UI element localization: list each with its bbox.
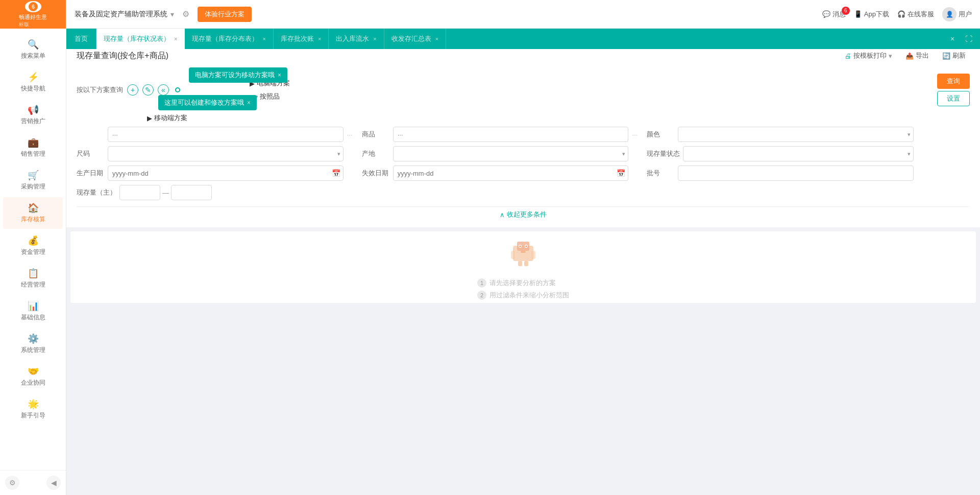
app-download-item[interactable]: 📱 App下载 <box>854 10 889 19</box>
sidebar-item-inventory[interactable]: 🏠 库存核算 <box>3 197 63 229</box>
export-icon: 📤 <box>905 52 914 60</box>
tabs-controls: × ⛶ <box>945 32 980 46</box>
tab-batch[interactable]: 库存批次账 × <box>274 29 329 49</box>
enterprise-icon: 🤝 <box>28 366 39 377</box>
logo-icon: 6 <box>25 1 41 12</box>
finance-icon: 💰 <box>28 235 39 246</box>
sidebar-collapse-btn[interactable]: ◀ <box>46 476 61 490</box>
filter-fields-grid: ··· 商品 ··· 颜色 ▾ <box>77 127 924 204</box>
user-item[interactable]: 👤 用户 <box>942 7 972 21</box>
filter-cell-origin: 产地 ▾ <box>362 146 639 161</box>
export-btn[interactable]: 📤 导出 <box>901 49 933 62</box>
reset-btn[interactable]: 设置 <box>937 91 970 106</box>
sidebar-item-purchase[interactable]: 🛒 采购管理 <box>3 164 63 196</box>
inventory-max-input[interactable] <box>171 185 212 200</box>
filter-cell-warehouse: ··· <box>77 127 354 142</box>
tab-inventory-dist[interactable]: 现存量（库存分布表） × <box>185 29 273 49</box>
warehouse-input[interactable] <box>108 127 344 142</box>
base-icon: 📊 <box>28 300 39 312</box>
sidebar-menu: 🔍 搜索菜单 ⚡ 快捷导航 📢 营销推广 💼 销售管理 🛒 采购管理 🏠 库存核… <box>0 29 66 470</box>
origin-input[interactable] <box>393 146 629 161</box>
sidebar: 6 畅通好生意 标版 🔍 搜索菜单 ⚡ 快捷导航 📢 营销推广 💼 销售管理 🛒… <box>0 0 66 495</box>
empty-state-illustration <box>503 231 544 272</box>
tab-summary-label: 收发存汇总表 <box>391 34 431 43</box>
sidebar-item-operations[interactable]: 📋 经营管理 <box>3 263 63 294</box>
color-input[interactable] <box>678 127 914 142</box>
tab-inout-label: 出入库流水 <box>336 34 369 43</box>
topbar-right: 💬 6 消息 📱 App下载 🎧 在线客服 👤 用户 <box>822 7 972 21</box>
sidebar-bottom: ⚙ ◀ <box>0 470 66 495</box>
add-tooltip-close[interactable]: × <box>278 72 281 79</box>
tab-inout[interactable]: 出入库流水 × <box>329 29 384 49</box>
search-btn[interactable]: 查询 <box>937 74 970 89</box>
tab-close-all-btn[interactable]: × <box>945 32 960 46</box>
proddate-start-input[interactable] <box>108 166 344 181</box>
online-service-item[interactable]: 🎧 在线客服 <box>897 10 934 19</box>
inventory-range-sep: — <box>162 189 169 197</box>
scheme-edit-btn[interactable]: ✎ <box>142 84 154 96</box>
messages-item[interactable]: 💬 6 消息 <box>822 10 846 19</box>
filter-cell-proddate: 生产日期 📅 <box>77 166 354 181</box>
quicknav-icon: ⚡ <box>28 72 39 83</box>
size-input[interactable] <box>108 146 344 161</box>
guide-icon: 🌟 <box>28 398 39 410</box>
scheme-mobile-item[interactable]: ▶ 移动端方案 <box>143 111 191 125</box>
empty-state: 1 请先选择要分析的方案 2 用过滤条件来缩小分析范围 <box>477 231 569 303</box>
filter-scheme-row: 按以下方案查询 + ✎ « 电脑方案可设为移动方案哦 × ▶ 电脑端方 <box>77 68 970 110</box>
print-btn[interactable]: 🖨 按模板打印 ▾ <box>841 49 896 62</box>
empty-tip-1: 1 请先选择要分析的方案 <box>477 278 569 288</box>
page-actions: 🖨 按模板打印 ▾ 📤 导出 🔄 刷新 <box>841 49 970 62</box>
filter-cell-status: 现存量状态 ▾ <box>647 146 924 161</box>
system-icon: ⚙️ <box>28 333 39 344</box>
empty-tip-list: 1 请先选择要分析的方案 2 用过滤条件来缩小分析范围 <box>477 278 569 303</box>
marketing-icon: 📢 <box>28 104 39 115</box>
sidebar-item-enterprise[interactable]: 🤝 企业协同 <box>3 361 63 392</box>
tab-inventory-status[interactable]: 现存量（库存状况表） × <box>96 29 185 49</box>
svg-point-6 <box>520 246 521 247</box>
tab-summary[interactable]: 收发存汇总表 × <box>384 29 446 49</box>
tab-inout-close[interactable]: × <box>373 36 376 42</box>
tab-inventory-status-close[interactable]: × <box>174 36 177 42</box>
edit-tooltip-close[interactable]: × <box>247 99 251 106</box>
scheme-import-btn[interactable]: « <box>158 84 169 96</box>
filter-cell-expdate: 失效日期 📅 <box>362 166 639 181</box>
sidebar-item-system[interactable]: ⚙️ 系统管理 <box>3 328 63 360</box>
sidebar-item-quicknav[interactable]: ⚡ 快捷导航 <box>3 66 63 98</box>
operations-icon: 📋 <box>28 268 39 279</box>
sidebar-item-marketing[interactable]: 📢 营销推广 <box>3 99 63 131</box>
batchno-input[interactable] <box>678 166 914 181</box>
industry-btn[interactable]: 体验行业方案 <box>198 7 252 22</box>
mobile-arrow: ▶ <box>147 114 152 122</box>
tab-inventory-dist-close[interactable]: × <box>262 36 265 42</box>
status-input[interactable] <box>683 146 914 161</box>
topbar-settings-icon[interactable]: ⚙ <box>180 7 191 21</box>
warehouse-dots[interactable]: ··· <box>347 131 353 138</box>
collapse-btn[interactable]: ∧ 收起更多条件 <box>500 210 547 219</box>
tab-inventory-dist-label: 现存量（库存分布表） <box>192 34 258 43</box>
refresh-btn[interactable]: 🔄 刷新 <box>938 49 970 62</box>
main-area: 装备及固定资产辅助管理系统 ▾ ⚙ 体验行业方案 💬 6 消息 📱 App下载 … <box>66 0 980 495</box>
sidebar-item-guide[interactable]: 🌟 新手引导 <box>3 393 63 425</box>
collapse-up-icon: ∧ <box>500 211 505 219</box>
inventory-min-input[interactable] <box>119 185 160 200</box>
tab-summary-close[interactable]: × <box>435 36 438 42</box>
tab-batch-close[interactable]: × <box>318 36 321 42</box>
mobile-icon: 📱 <box>854 10 862 18</box>
scheme-add-btn[interactable]: + <box>127 84 138 96</box>
sidebar-item-sales[interactable]: 💼 销售管理 <box>3 132 63 163</box>
tab-home[interactable]: 首页 <box>66 29 96 49</box>
product-dots[interactable]: ··· <box>632 131 638 138</box>
tabs-bar: 首页 现存量（库存状况表） × 现存量（库存分布表） × 库存批次账 × 出入库… <box>66 29 980 49</box>
sidebar-item-search[interactable]: 🔍 搜索菜单 <box>3 34 63 65</box>
sidebar-item-base[interactable]: 📊 基础信息 <box>3 295 63 327</box>
scheme-mobile-row: ▶ 移动端方案 <box>77 110 970 127</box>
filter-cell-batchno: 批号 <box>647 166 924 181</box>
sidebar-item-finance[interactable]: 💰 资金管理 <box>3 230 63 262</box>
tab-fullscreen-btn[interactable]: ⛶ <box>962 32 976 46</box>
expdate-start-input[interactable] <box>393 166 629 181</box>
sidebar-settings-btn[interactable]: ⚙ <box>5 476 19 490</box>
scheme-label: 按以下方案查询 <box>77 85 123 95</box>
filter-cell-inventory: 现存量（主） — <box>77 185 354 200</box>
inventory-icon: 🏠 <box>28 202 39 214</box>
product-input[interactable] <box>393 127 629 142</box>
